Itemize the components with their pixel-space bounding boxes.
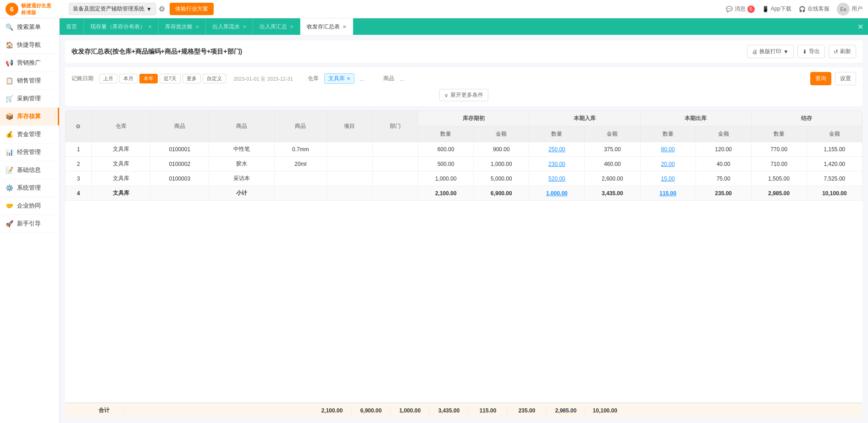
col-group-closing: 结存 <box>751 111 862 126</box>
date-btn-this-month[interactable]: 本月 <box>119 74 138 83</box>
logo-area: 6 畅捷通好生意 标准版 <box>6 2 65 16</box>
col-code: 商品 <box>150 111 209 142</box>
table-row: 4 文具库 小计 2,100.00 6,900.00 1,000.00 3,43… <box>66 186 862 201</box>
cell-warehouse: 文具库 <box>91 142 150 157</box>
sidebar-item-collab[interactable]: 🤝 企业协同 <box>0 197 59 215</box>
box-icon: 📦 <box>6 113 13 120</box>
message-badge: 6 <box>747 5 755 13</box>
tab-close-inout-summary[interactable]: ✕ <box>290 24 293 29</box>
system-selector[interactable]: 装备及固定资产辅助管理系统 ▼ <box>69 3 156 15</box>
sidebar-item-quick[interactable]: 🏠 快捷导航 <box>0 36 59 54</box>
tab-recv-send[interactable]: 收发存汇总表 ✕ <box>300 18 353 35</box>
col-group-in: 本期入库 <box>529 111 640 126</box>
sidebar-item-basic[interactable]: 📝 基础信息 <box>0 161 59 179</box>
tab-close-recv-send[interactable]: ✕ <box>343 24 346 29</box>
print-button[interactable]: 🖨 换版打印 ▼ <box>747 45 794 58</box>
cell-in-qty[interactable]: 520.00 <box>529 171 585 186</box>
table-scroll[interactable]: ⚙ 仓库 商品 商品 商品 项目 部门 库存期初 本期入库 本期出库 <box>65 110 862 402</box>
close-all-icon[interactable]: ✕ <box>857 23 863 31</box>
warehouse-tag: 文具库 ✕ <box>324 73 354 84</box>
cell-no: 3 <box>66 171 92 186</box>
settings-button[interactable]: 设置 <box>835 72 856 85</box>
cell-project <box>326 171 372 186</box>
cell-open-amt: 1,000.00 <box>474 157 529 171</box>
gear-icon: ⚙️ <box>6 184 13 192</box>
cell-name: 胶水 <box>209 157 274 171</box>
cell-out-amt: 40.00 <box>696 157 751 171</box>
sidebar-item-system[interactable]: ⚙️ 系统管理 <box>0 179 59 197</box>
sidebar-item-marketing[interactable]: 📢 营销推广 <box>0 54 59 72</box>
date-btn-last-month[interactable]: 上月 <box>99 74 117 83</box>
footer-close-qty: 2,985.00 <box>547 407 586 414</box>
warehouse-tag-close[interactable]: ✕ <box>347 76 350 81</box>
tab-inout-summary[interactable]: 出入库汇总 ✕ <box>253 18 300 35</box>
user-item[interactable]: Ea 用户 <box>837 3 862 16</box>
col-in-qty: 数量 <box>529 126 585 142</box>
cell-in-qty[interactable]: 230.00 <box>529 157 585 171</box>
cell-out-amt: 235.00 <box>696 186 751 201</box>
date-btn-custom[interactable]: 自定义 <box>203 74 226 83</box>
home-icon: 🏠 <box>6 41 13 49</box>
cell-open-qty: 600.00 <box>418 142 474 157</box>
cell-out-qty[interactable]: 15.00 <box>640 171 696 186</box>
sidebar-item-operation[interactable]: 📊 经营管理 <box>0 143 59 161</box>
refresh-button[interactable]: ↺ 刷新 <box>829 45 856 58</box>
online-service-item[interactable]: 🎧 在线客服 <box>799 5 829 13</box>
sidebar-item-guide[interactable]: 🚀 新手引导 <box>0 215 59 233</box>
warehouse-more[interactable]: ... <box>360 76 364 82</box>
data-table: ⚙ 仓库 商品 商品 商品 项目 部门 库存期初 本期入库 本期出库 <box>65 110 862 201</box>
sidebar-item-sales[interactable]: 📋 销售管理 <box>0 72 59 90</box>
gear-icon[interactable]: ⚙ <box>159 5 165 13</box>
cell-out-qty[interactable]: 20.00 <box>640 157 696 171</box>
col-close-amt: 金额 <box>807 126 862 142</box>
cell-open-qty: 1,000.00 <box>418 171 474 186</box>
sidebar-item-finance[interactable]: 💰 资金管理 <box>0 126 59 143</box>
cell-code: 0100003 <box>150 171 209 186</box>
cell-in-qty[interactable]: 1,000.00 <box>529 186 585 201</box>
cell-out-qty[interactable]: 80.00 <box>640 142 696 157</box>
cell-spec <box>274 186 326 201</box>
doc-icon: 📝 <box>6 166 13 174</box>
cell-dept <box>372 142 418 157</box>
goods-more[interactable]: ... <box>400 76 404 82</box>
app-download-item[interactable]: 📱 App下载 <box>762 5 791 13</box>
cell-warehouse: 文具库 <box>91 157 150 171</box>
date-btn-more[interactable]: 更多 <box>182 74 201 83</box>
date-btn-this-year[interactable]: 本年 <box>139 74 158 83</box>
col-open-amt: 金额 <box>474 126 529 142</box>
query-button[interactable]: 查询 <box>810 72 831 85</box>
tab-close-inout-flow[interactable]: ✕ <box>243 24 246 29</box>
tab-close-batch[interactable]: ✕ <box>195 24 199 29</box>
cell-open-qty: 500.00 <box>418 157 474 171</box>
cell-close-qty: 2,985.00 <box>751 186 807 201</box>
settings-icon[interactable]: ⚙ <box>76 123 81 130</box>
date-btn-7days[interactable]: 近7天 <box>160 74 181 83</box>
tab-batch[interactable]: 库存批次账 ✕ <box>159 18 206 35</box>
col-warehouse: 仓库 <box>91 111 150 142</box>
tab-stock-dist[interactable]: 现存量（库存分布表） ✕ <box>84 18 159 35</box>
tab-close-stock-dist[interactable]: ✕ <box>148 24 152 29</box>
trial-button[interactable]: 体验行业方案 <box>170 3 214 15</box>
message-item[interactable]: 💬 消息 6 <box>726 5 755 13</box>
cell-code: 0100001 <box>150 142 209 157</box>
sidebar-item-search[interactable]: 🔍 搜索菜单 <box>0 18 59 36</box>
expand-button[interactable]: ∨ 展开更多条件 <box>439 89 488 101</box>
sidebar-item-inventory[interactable]: 📦 库存核算 <box>0 108 59 126</box>
clipboard-icon: 📋 <box>6 77 13 84</box>
search-icon: 🔍 <box>6 23 13 31</box>
cell-out-qty[interactable]: 115.00 <box>640 186 696 201</box>
sidebar-item-purchase[interactable]: 🛒 采购管理 <box>0 90 59 108</box>
export-icon: ⬇ <box>802 49 807 55</box>
expand-icon: ∨ <box>444 92 448 99</box>
export-button[interactable]: ⬇ 导出 <box>797 45 825 58</box>
cart-icon: 🛒 <box>6 95 13 102</box>
cell-in-qty[interactable]: 250.00 <box>529 142 585 157</box>
data-table-wrapper: ⚙ 仓库 商品 商品 商品 项目 部门 库存期初 本期入库 本期出库 <box>65 110 862 418</box>
col-close-qty: 数量 <box>751 126 807 142</box>
date-shortcuts: 上月 本月 本年 近7天 更多 自定义 <box>99 74 226 83</box>
tab-inout-flow[interactable]: 出入库流水 ✕ <box>206 18 253 35</box>
footer-open-amt: 6,900.00 <box>352 407 391 414</box>
tab-home[interactable]: 首页 <box>60 18 84 35</box>
col-group-out: 本期出库 <box>640 111 751 126</box>
page-title: 收发存汇总表(按仓库+商品编码+商品+规格型号+项目+部门) <box>72 48 747 56</box>
